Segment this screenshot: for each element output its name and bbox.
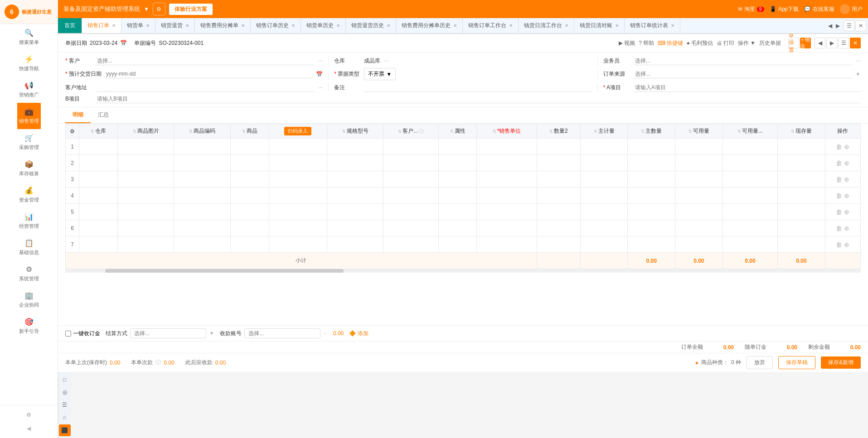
address-more[interactable]: ··· xyxy=(318,84,323,91)
sidebar-collapse[interactable]: ◀ xyxy=(0,423,58,434)
delete-row-7[interactable]: 🗑 xyxy=(836,241,842,248)
tab-close-sales-stat[interactable]: ✕ xyxy=(671,23,674,28)
b-project-input[interactable] xyxy=(95,95,861,103)
auto-settle-checkbox[interactable]: 一键收订金 xyxy=(65,330,100,337)
cell-attr-3[interactable] xyxy=(438,171,477,188)
col-main-unit-sort[interactable]: ⇅ xyxy=(594,129,597,134)
tab-sales-expense-split[interactable]: 销售费用分摊单✕ xyxy=(195,18,251,33)
delete-row-3[interactable]: 🗑 xyxy=(836,176,842,183)
cell-product-3[interactable] xyxy=(231,171,269,188)
add-payment-btn[interactable]: 🔶 添加 xyxy=(349,330,368,337)
cell-product-6[interactable] xyxy=(231,220,269,236)
header-settings[interactable]: ⚙ xyxy=(153,3,165,15)
tab-view-list[interactable]: ☰ xyxy=(844,20,854,31)
cell-product-4[interactable] xyxy=(231,188,269,204)
discard-btn[interactable]: 放弃 xyxy=(747,356,773,369)
tab-close-sales-refund[interactable]: ✕ xyxy=(185,23,189,28)
cell-stock-6[interactable] xyxy=(778,220,825,236)
form-close[interactable]: ✕ xyxy=(850,38,861,48)
tab-close-sales-order-workbench[interactable]: ✕ xyxy=(509,23,513,28)
cell-attr-4[interactable] xyxy=(438,188,477,204)
copy-row-3[interactable]: ⊕ xyxy=(844,176,849,183)
cell-customer-code-7[interactable] xyxy=(383,236,438,253)
sidebar-item-system[interactable]: ⚙系统管理 xyxy=(17,260,41,287)
right-tool-4[interactable]: ☆ xyxy=(59,412,71,424)
delivery-calendar-icon[interactable]: 📅 xyxy=(316,71,323,77)
help-btn[interactable]: ? 帮助 xyxy=(639,39,654,47)
cell-product-image-4[interactable] xyxy=(117,188,174,204)
auto-settle-check[interactable] xyxy=(65,331,71,337)
cell-warehouse-6[interactable] xyxy=(79,220,118,236)
cell-qty2-3[interactable] xyxy=(537,171,580,188)
form-nav-next[interactable]: ▶ xyxy=(826,38,837,48)
copy-row-2[interactable]: ⊕ xyxy=(844,159,849,167)
cell-warehouse-1[interactable] xyxy=(79,139,118,155)
system-select[interactable]: ▼ xyxy=(144,6,149,12)
cell-qty2-7[interactable] xyxy=(537,236,580,253)
view-btn[interactable]: ▶ 视频 xyxy=(619,39,635,47)
sidebar-item-sales[interactable]: 💼销售管理 xyxy=(17,103,41,129)
cell-sales-unit-6[interactable] xyxy=(477,220,537,236)
col-customer-code-sort[interactable]: ⇅ xyxy=(398,129,402,134)
cell-available2-5[interactable] xyxy=(723,204,777,220)
cell-stock-7[interactable] xyxy=(778,236,825,253)
cell-product-7[interactable] xyxy=(231,236,269,253)
cell-product-code-6[interactable] xyxy=(174,220,231,236)
cell-warehouse-4[interactable] xyxy=(79,188,118,204)
col-available-sort[interactable]: ⇅ xyxy=(689,129,692,134)
cell-spec-1[interactable] xyxy=(327,139,383,155)
cell-main-qty-7[interactable] xyxy=(628,236,675,253)
order-source-dropdown[interactable]: ▼ xyxy=(855,71,861,77)
cell-warehouse-5[interactable] xyxy=(79,204,118,220)
cell-available-1[interactable] xyxy=(675,139,723,155)
cell-available2-4[interactable] xyxy=(723,188,777,204)
cell-sales-unit-3[interactable] xyxy=(477,171,537,188)
cell-main-unit-3[interactable] xyxy=(580,171,628,188)
tab-close-receivable-clear[interactable]: ✕ xyxy=(565,23,568,28)
customer-input[interactable] xyxy=(95,57,315,65)
cell-sales-unit-4[interactable] xyxy=(477,188,537,204)
cell-product-image-1[interactable] xyxy=(117,139,174,155)
col-product-code-sort[interactable]: ⇅ xyxy=(189,129,193,134)
order-source-input[interactable] xyxy=(633,70,853,78)
delete-row-2[interactable]: 🗑 xyxy=(836,159,842,167)
cell-qty2-1[interactable] xyxy=(537,139,580,155)
cell-available2-6[interactable] xyxy=(723,220,777,236)
form-nav-prev[interactable]: ◀ xyxy=(815,38,825,48)
account-input[interactable] xyxy=(244,328,320,338)
cell-product-image-6[interactable] xyxy=(117,220,174,236)
cell-spec-3[interactable] xyxy=(327,171,383,188)
logistics-btn[interactable]: ＋物流 xyxy=(800,38,811,48)
cell-stock-3[interactable] xyxy=(778,171,825,188)
cell-qty2-2[interactable] xyxy=(537,155,580,171)
delivery-date-input[interactable] xyxy=(104,70,313,78)
cell-main-unit-2[interactable] xyxy=(580,155,628,171)
col-main-qty-sort[interactable]: ⇅ xyxy=(641,129,645,134)
print-btn[interactable]: 🖨 打印 xyxy=(717,39,734,47)
sidebar-item-inventory[interactable]: 📦库存核算 xyxy=(17,155,41,182)
shortcut-btn[interactable]: ⌨ 快捷键 xyxy=(658,39,683,47)
cell-main-unit-4[interactable] xyxy=(580,188,628,204)
sidebar-item-search[interactable]: 🔍搜索菜单 xyxy=(17,24,41,50)
user-btn[interactable]: 用户 xyxy=(840,4,863,14)
sidebar-settings[interactable]: ⚙ xyxy=(24,409,34,421)
sidebar-item-operations[interactable]: 📊经营管理 xyxy=(17,208,41,234)
tab-close-all[interactable]: ✕ xyxy=(855,20,866,31)
warehouse-more[interactable]: ··· xyxy=(384,58,388,64)
tab-receivable-reconcile[interactable]: 钱货日清对账✕ xyxy=(574,18,625,33)
cell-available-7[interactable] xyxy=(675,236,723,253)
horizontal-scrollbar[interactable] xyxy=(65,269,861,273)
cell-sales-unit-2[interactable] xyxy=(477,155,537,171)
cell-warehouse-2[interactable] xyxy=(79,155,118,171)
salesperson-input[interactable] xyxy=(633,57,853,65)
app-download-btn[interactable]: 📱 App下载 xyxy=(770,5,799,13)
account-more[interactable]: ··· xyxy=(323,330,328,337)
cell-available-4[interactable] xyxy=(675,188,723,204)
tab-close-sales-expense-history[interactable]: ✕ xyxy=(453,23,457,28)
cell-main-qty-4[interactable] xyxy=(628,188,675,204)
cell-attr-2[interactable] xyxy=(438,155,477,171)
remark-input[interactable] xyxy=(364,83,592,92)
cell-available-3[interactable] xyxy=(675,171,723,188)
sidebar-item-purchase[interactable]: 🛒采购管理 xyxy=(17,129,41,155)
a-project-input[interactable] xyxy=(633,83,861,92)
